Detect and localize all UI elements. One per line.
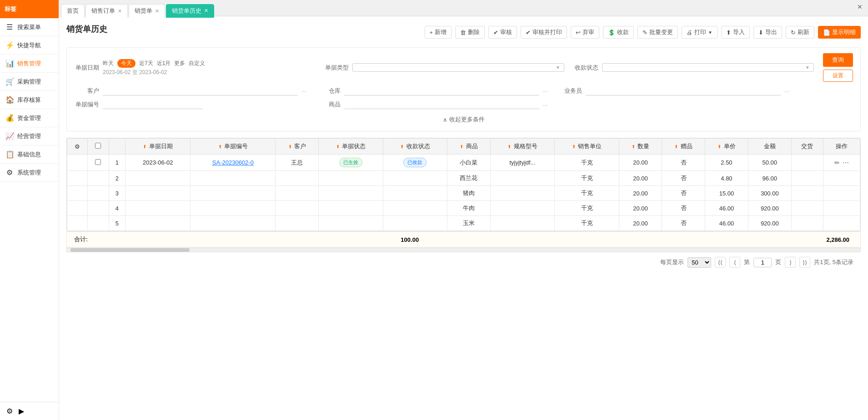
- sidebar-item-finance[interactable]: 💰 资金管理: [0, 109, 59, 127]
- last-page-button[interactable]: ⟩⟩: [799, 257, 810, 268]
- col-quantity[interactable]: ⬆ 数量: [619, 139, 662, 155]
- show-detail-icon: 📄: [823, 29, 830, 36]
- col-checkbox-cell[interactable]: [87, 171, 109, 186]
- abandon-icon: ↩: [576, 29, 581, 36]
- next-page-button[interactable]: ⟩: [785, 257, 796, 268]
- col-doc-number[interactable]: ⬆ 单据编号: [191, 139, 276, 155]
- col-unit-price[interactable]: ⬆ 单价: [705, 139, 748, 155]
- col-payment-status[interactable]: ⬆ 收款状态: [383, 139, 447, 155]
- date-shortcut-custom[interactable]: 自定义: [189, 60, 205, 67]
- refresh-button[interactable]: ↻ 刷新: [786, 26, 814, 39]
- tab-sales-order[interactable]: 销售订单 ✕: [85, 4, 128, 18]
- col-spec-cell: tyjyjtyjdf...: [490, 155, 554, 171]
- sidebar-item-system[interactable]: ⚙ 系统管理: [0, 164, 59, 182]
- col-checkbox-cell[interactable]: [87, 186, 109, 201]
- col-checkbox-cell[interactable]: [87, 201, 109, 216]
- date-shortcut-today[interactable]: 今天: [117, 59, 135, 68]
- col-spec[interactable]: ⬆ 规格型号: [490, 139, 554, 155]
- horizontal-scrollbar[interactable]: [66, 248, 861, 252]
- more-icon[interactable]: ⋯: [843, 159, 849, 166]
- collapse-button[interactable]: ∧ 收起更多条件: [443, 114, 485, 125]
- set-button[interactable]: 设置: [823, 70, 853, 82]
- tab-home[interactable]: 首页: [61, 4, 85, 18]
- col-unit[interactable]: ⬆ 销售单位: [555, 139, 619, 155]
- col-gift[interactable]: ⬆ 赠品: [662, 139, 705, 155]
- col-doc-status[interactable]: ⬆ 单据状态: [319, 139, 383, 155]
- print-dropdown-icon: ▼: [708, 30, 712, 35]
- salesperson-dots[interactable]: ···: [784, 88, 789, 95]
- collect-icon: 💲: [608, 29, 615, 36]
- export-button[interactable]: ⬇ 导出: [753, 26, 782, 39]
- col-settings[interactable]: ⚙: [67, 139, 88, 155]
- col-spec-label: 规格型号: [514, 143, 537, 150]
- tab-sales-delivery[interactable]: 销货单 ✕: [129, 4, 165, 18]
- tab-sales-order-close[interactable]: ✕: [118, 8, 122, 14]
- edit-icon[interactable]: ✏: [834, 159, 840, 166]
- page-input[interactable]: [753, 258, 772, 267]
- sidebar-item-search-menu[interactable]: ☰ 搜索菜单: [0, 18, 59, 36]
- salesperson-input[interactable]: [586, 86, 781, 95]
- sidebar: 标签 ☰ 搜索菜单 ⚡ 快捷导航 📊 销售管理 🛒 采购管理 🏠 库存核算 💰 …: [0, 0, 59, 420]
- collapse-icon[interactable]: ▶: [17, 407, 25, 415]
- sidebar-item-inventory[interactable]: 🏠 库存核算: [0, 91, 59, 109]
- query-button[interactable]: 查询: [823, 53, 853, 67]
- settings-bottom-icon[interactable]: ⚙: [5, 407, 14, 415]
- select-all-checkbox[interactable]: [95, 143, 101, 149]
- show-detail-button[interactable]: 📄 显示明细: [818, 26, 861, 39]
- sort-icon-customer: ⬆: [288, 144, 292, 149]
- col-actions-cell: ✏ ⋯: [823, 155, 860, 171]
- date-shortcut-1month[interactable]: 近1月: [157, 60, 171, 67]
- print-button[interactable]: 🖨 打印 ▼: [682, 26, 717, 39]
- delete-button[interactable]: 🗑 删除: [455, 26, 485, 39]
- filter-group-doc-number: 单据编号: [74, 100, 306, 109]
- sidebar-item-basic-info[interactable]: 📋 基础信息: [0, 145, 59, 164]
- window-close-icon[interactable]: ✕: [857, 3, 863, 13]
- sidebar-item-sales-mgmt[interactable]: 📊 销售管理: [0, 55, 59, 73]
- batch-change-button[interactable]: ✎ 批量变更: [637, 26, 678, 39]
- scrollbar-thumb[interactable]: [70, 248, 190, 252]
- sidebar-item-purchase-mgmt[interactable]: 🛒 采购管理: [0, 73, 59, 91]
- doc-number-link[interactable]: SA-20230602-0: [212, 159, 254, 166]
- audit-button[interactable]: ✔ 审核: [488, 26, 517, 39]
- import-button[interactable]: ⬆ 导入: [721, 26, 750, 39]
- payment-status-select[interactable]: ▼: [602, 63, 814, 72]
- col-settings-cell: [67, 201, 88, 216]
- date-shortcut-yesterday[interactable]: 昨天: [103, 60, 114, 67]
- collect-button[interactable]: 💲 收款: [603, 26, 634, 39]
- col-goods[interactable]: ⬆ 商品: [447, 139, 491, 155]
- warehouse-dots[interactable]: ···: [543, 88, 548, 95]
- col-seq-cell: 1: [109, 155, 125, 171]
- doc-number-input[interactable]: [103, 100, 203, 109]
- first-page-button[interactable]: ⟨⟨: [715, 257, 726, 268]
- customer-dots[interactable]: ···: [301, 88, 306, 95]
- sort-icon-spec: ⬆: [507, 144, 511, 149]
- page-size-select[interactable]: 10 20 50 100: [687, 257, 711, 268]
- audit-print-button[interactable]: ✔ 审核并打印: [521, 26, 567, 39]
- col-customer[interactable]: ⬆ 客户: [276, 139, 319, 155]
- tab-sales-history[interactable]: 销货单历史 ✕: [166, 4, 214, 18]
- new-button[interactable]: + 新增: [425, 26, 452, 39]
- col-checkbox-cell[interactable]: [87, 155, 109, 171]
- filter-action-buttons: 查询 设置: [823, 53, 853, 82]
- warehouse-input[interactable]: [344, 86, 539, 95]
- doc-type-select[interactable]: ▼: [352, 63, 564, 72]
- col-checkbox-cell[interactable]: [87, 216, 109, 231]
- customer-input[interactable]: [103, 86, 298, 95]
- col-doc-date[interactable]: ⬆ 单据日期: [125, 139, 191, 155]
- date-shortcut-7days[interactable]: 近7天: [139, 60, 153, 67]
- col-seq-cell: 4: [109, 201, 125, 216]
- col-amount-cell: 300.00: [748, 186, 791, 201]
- sidebar-item-quick-nav[interactable]: ⚡ 快捷导航: [0, 36, 59, 55]
- col-checkbox[interactable]: [87, 139, 109, 155]
- tab-sales-history-close[interactable]: ✕: [204, 8, 208, 14]
- goods-dots[interactable]: ···: [543, 101, 548, 108]
- col-spec-cell: [490, 186, 554, 201]
- col-doc-date-cell: [125, 186, 191, 201]
- date-shortcut-more[interactable]: 更多: [174, 60, 185, 67]
- sidebar-item-operations[interactable]: 📈 经营管理: [0, 127, 59, 145]
- goods-input[interactable]: [344, 100, 539, 109]
- tab-sales-delivery-close[interactable]: ✕: [155, 8, 159, 14]
- prev-page-button[interactable]: ⟨: [729, 257, 740, 268]
- row-checkbox[interactable]: [95, 159, 101, 165]
- abandon-button[interactable]: ↩ 弃审: [571, 26, 599, 39]
